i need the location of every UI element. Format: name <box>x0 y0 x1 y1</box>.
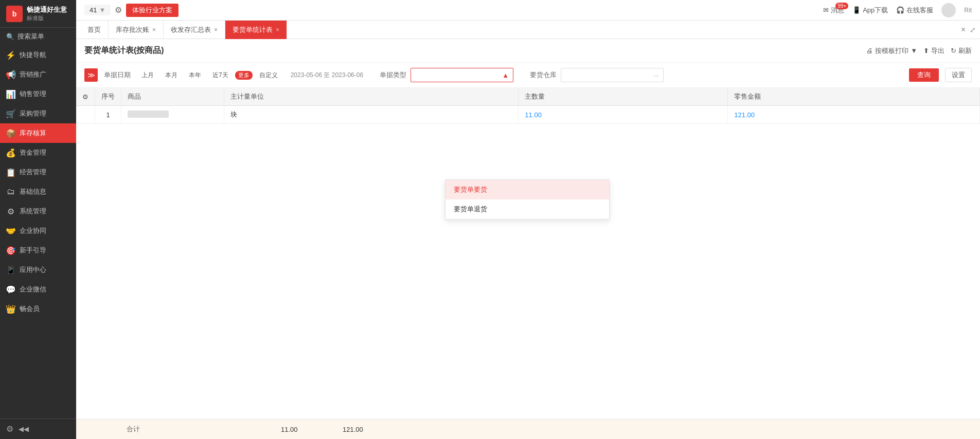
refresh-icon: ↻ <box>951 47 956 54</box>
topbar-settings-icon[interactable]: ⚙ <box>115 5 122 15</box>
settings-bottom-icon[interactable]: ⚙ <box>6 424 13 434</box>
operations-icon: 📋 <box>6 168 15 177</box>
inventory-icon: 📦 <box>6 129 15 138</box>
cell-num: 1 <box>95 106 121 124</box>
sidebar-item-basic[interactable]: 🗂 基础信息 <box>0 182 76 202</box>
member-icon: 👑 <box>6 304 15 314</box>
col-header-num: 序号 <box>95 88 121 106</box>
col-header-goods: 商品 <box>121 88 224 106</box>
finance-icon: 💰 <box>6 148 15 157</box>
trial-btn[interactable]: 体验行业方案 <box>126 4 179 17</box>
collapse-sidebar-icon[interactable]: ◀◀ <box>19 425 29 433</box>
refresh-action[interactable]: ↻ 刷新 <box>951 46 972 56</box>
date-btn-custom[interactable]: 自定义 <box>255 69 282 82</box>
messages-btn[interactable]: ✉ 消息 99+ <box>823 6 844 15</box>
filter-type-section: 单据类型 ▲ <box>380 68 513 82</box>
enterprise-icon: 🤝 <box>6 226 15 235</box>
app-logo-icon: b <box>6 6 23 22</box>
tab-close-all-icon[interactable]: × <box>961 25 966 34</box>
filter-settings-btn[interactable]: 设置 <box>945 68 972 82</box>
appstore-icon: 📱 <box>6 265 15 275</box>
sidebar-item-shortcuts[interactable]: ⚡ 快捷导航 <box>0 45 76 65</box>
sidebar-bottom: ⚙ ◀◀ <box>0 418 76 439</box>
warehouse-label: 要货仓库 <box>530 70 557 80</box>
col-header-settings[interactable]: ⚙ <box>76 88 95 106</box>
dropdown-item-order-return[interactable]: 要货单退货 <box>446 199 609 219</box>
type-label: 单据类型 <box>380 70 406 80</box>
sidebar-item-marketing[interactable]: 📢 营销推广 <box>0 65 76 84</box>
tab-batch[interactable]: 库存批次账 × <box>109 21 164 39</box>
user-avatar[interactable] <box>941 3 956 17</box>
sidebar-item-inventory[interactable]: 📦 库存核算 <box>0 123 76 143</box>
sidebar-item-appstore[interactable]: 📱 应用中心 <box>0 260 76 280</box>
print-chevron-icon: ▼ <box>911 47 917 54</box>
sidebar-item-wechat[interactable]: 💬 企业微信 <box>0 280 76 299</box>
sidebar-item-purchase[interactable]: 🛒 采购管理 <box>0 104 76 123</box>
table-area: ⚙ 序号 商品 主计量单位 主数量 零售金额 1 <box>76 88 980 419</box>
export-action[interactable]: ⬆ 导出 <box>923 46 945 56</box>
col-header-unit: 主计量单位 <box>224 88 519 106</box>
sidebar-item-finance[interactable]: 💰 资金管理 <box>0 143 76 162</box>
purchase-icon: 🛒 <box>6 109 15 118</box>
tab-order-stats-close[interactable]: × <box>276 26 279 33</box>
sidebar-item-sales[interactable]: 📊 销售管理 <box>0 84 76 104</box>
message-icon: ✉ <box>823 6 829 14</box>
wechat-icon: 💬 <box>6 285 15 294</box>
table-row: 1 块 11.00 121.00 <box>76 106 980 124</box>
query-btn[interactable]: 查询 <box>909 68 939 82</box>
summary-label: 合计 <box>127 425 140 433</box>
sidebar: b 畅捷通好生意 标准版 🔍 搜索菜单 ⚡ 快捷导航 📢 营销推广 📊 销售管理… <box>0 0 76 439</box>
service-icon: 🎧 <box>896 6 904 14</box>
sidebar-logo-text: 畅捷通好生意 标准版 <box>27 5 67 22</box>
sidebar-item-member[interactable]: 👑 畅会员 <box>0 299 76 319</box>
chevron-down-icon: ▼ <box>99 6 105 14</box>
date-btn-last-month[interactable]: 上月 <box>137 69 158 82</box>
online-service-btn[interactable]: 🎧 在线客服 <box>896 6 933 15</box>
sidebar-item-enterprise[interactable]: 🤝 企业协同 <box>0 221 76 241</box>
topbar: 41 ▼ ⚙ 体验行业方案 ✉ 消息 99+ 📱 App下载 🎧 在线客服 Ri… <box>76 0 980 21</box>
sidebar-search[interactable]: 🔍 搜索菜单 <box>0 28 76 45</box>
type-select[interactable]: ▲ <box>411 68 513 82</box>
sidebar-logo: b 畅捷通好生意 标准版 <box>0 0 76 28</box>
page-actions: 🖨 按模板打印 ▼ ⬆ 导出 ↻ 刷新 <box>866 46 972 56</box>
topbar-right: ✉ 消息 99+ 📱 App下载 🎧 在线客服 Rit <box>823 3 972 17</box>
tab-order-stats[interactable]: 要货单统计表 × <box>225 21 287 39</box>
sidebar-item-guide[interactable]: 🎯 新手引导 <box>0 241 76 260</box>
print-action[interactable]: 🖨 按模板打印 ▼ <box>866 46 917 56</box>
filter-expand-btn[interactable]: ≫ <box>84 68 98 82</box>
sidebar-item-system[interactable]: ⚙ 系统管理 <box>0 202 76 221</box>
filter-warehouse-section: 要货仓库 ··· <box>530 68 664 82</box>
summary-quantity: 11.00 <box>281 426 298 433</box>
marketing-icon: 📢 <box>6 70 15 79</box>
date-btn-last-7[interactable]: 近7天 <box>208 69 233 82</box>
sidebar-item-operations[interactable]: 📋 经营管理 <box>0 162 76 182</box>
date-more-badge[interactable]: 更多 <box>235 71 253 80</box>
tab-expand-icon[interactable]: ⤢ <box>970 26 976 34</box>
app-download-btn[interactable]: 📱 App下载 <box>852 6 888 15</box>
tab-batch-close[interactable]: × <box>152 26 156 33</box>
date-btn-this-month[interactable]: 本月 <box>161 69 182 82</box>
warehouse-select[interactable]: ··· <box>561 68 664 82</box>
dropdown-item-order-goods[interactable]: 要货单要货 <box>446 180 609 199</box>
tab-summary[interactable]: 收发存汇总表 × <box>164 21 225 39</box>
cell-goods <box>121 106 224 124</box>
cell-settings <box>76 106 95 124</box>
export-icon: ⬆ <box>923 47 929 54</box>
company-selector[interactable]: 41 ▼ <box>84 5 111 15</box>
cell-quantity: 11.00 <box>519 106 728 124</box>
username-text: Rit <box>964 7 972 14</box>
filter-bar: ≫ 单据日期 上月 本月 本年 近7天 更多 自定义 2023-05-06 至 … <box>76 63 980 88</box>
topbar-left: 41 ▼ ⚙ 体验行业方案 <box>84 4 817 17</box>
warehouse-more-icon: ··· <box>653 71 659 79</box>
date-btn-this-year[interactable]: 本年 <box>184 69 206 82</box>
system-icon: ⚙ <box>6 207 15 216</box>
col-header-quantity: 主数量 <box>519 88 728 106</box>
tab-summary-close[interactable]: × <box>214 26 218 33</box>
tab-home[interactable]: 首页 <box>80 21 109 39</box>
date-buttons: 上月 本月 本年 近7天 更多 自定义 <box>137 69 282 82</box>
type-dropdown: 要货单要货 要货单退货 <box>445 179 610 220</box>
content-wrapper: 要货单要货 要货单退货 ⚙ 序号 商品 主计量单位 主数量 零售金额 <box>76 88 980 439</box>
page-title: 要货单统计表(按商品) <box>84 45 164 56</box>
page-header: 要货单统计表(按商品) 🖨 按模板打印 ▼ ⬆ 导出 ↻ 刷新 <box>76 39 980 63</box>
print-icon: 🖨 <box>866 47 873 54</box>
